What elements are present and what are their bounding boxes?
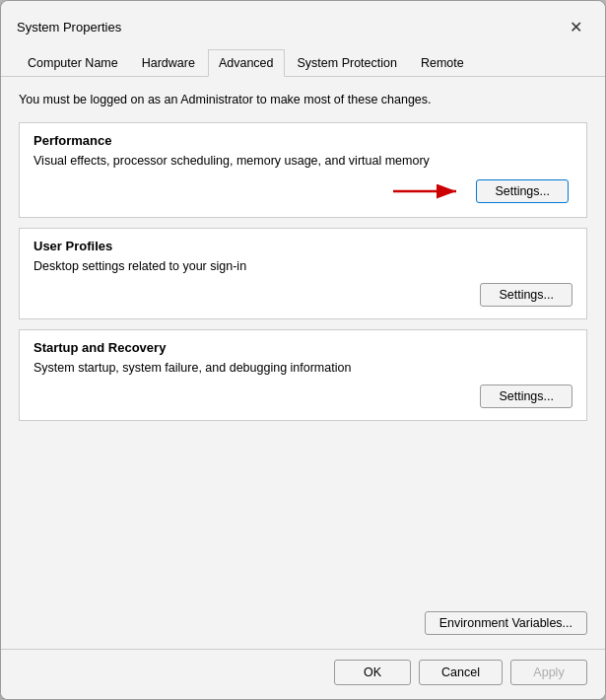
performance-section: Performance Visual effects, processor sc… (19, 122, 587, 218)
startup-recovery-title: Startup and Recovery (34, 340, 572, 355)
tab-content: You must be logged on as an Administrato… (1, 77, 605, 649)
tab-advanced[interactable]: Advanced (208, 49, 285, 77)
tab-system-protection[interactable]: System Protection (287, 49, 408, 77)
performance-settings-button[interactable]: Settings... (476, 179, 569, 203)
performance-title: Performance (34, 133, 572, 148)
title-bar: System Properties ✕ (1, 1, 605, 40)
startup-recovery-section: Startup and Recovery System startup, sys… (19, 329, 587, 421)
user-profiles-footer: Settings... (34, 283, 572, 307)
startup-recovery-desc: System startup, system failure, and debu… (34, 361, 572, 375)
system-properties-window: System Properties ✕ Computer Name Hardwa… (0, 0, 606, 700)
user-profiles-settings-button[interactable]: Settings... (480, 283, 572, 307)
arrow-container: Settings... (389, 177, 572, 205)
red-arrow-icon (389, 177, 468, 205)
admin-note: You must be logged on as an Administrato… (19, 91, 587, 112)
user-profiles-section: User Profiles Desktop settings related t… (19, 228, 587, 319)
startup-recovery-footer: Settings... (34, 385, 572, 408)
cancel-button[interactable]: Cancel (419, 660, 503, 685)
env-vars-row: Environment Variables... (19, 611, 587, 635)
tab-computer-name[interactable]: Computer Name (17, 49, 129, 77)
performance-desc: Visual effects, processor scheduling, me… (34, 154, 572, 168)
tab-bar: Computer Name Hardware Advanced System P… (1, 40, 605, 77)
startup-recovery-settings-button[interactable]: Settings... (480, 385, 572, 408)
close-button[interactable]: ✕ (562, 13, 589, 40)
tab-remote[interactable]: Remote (410, 49, 475, 77)
user-profiles-desc: Desktop settings related to your sign-in (34, 259, 572, 273)
environment-variables-button[interactable]: Environment Variables... (425, 611, 587, 635)
ok-button[interactable]: OK (334, 660, 411, 685)
bottom-bar: OK Cancel Apply (1, 649, 605, 699)
user-profiles-title: User Profiles (34, 239, 572, 253)
apply-button[interactable]: Apply (510, 660, 587, 685)
performance-footer: Settings... (34, 177, 572, 205)
window-title: System Properties (17, 20, 121, 35)
tab-hardware[interactable]: Hardware (131, 49, 206, 77)
